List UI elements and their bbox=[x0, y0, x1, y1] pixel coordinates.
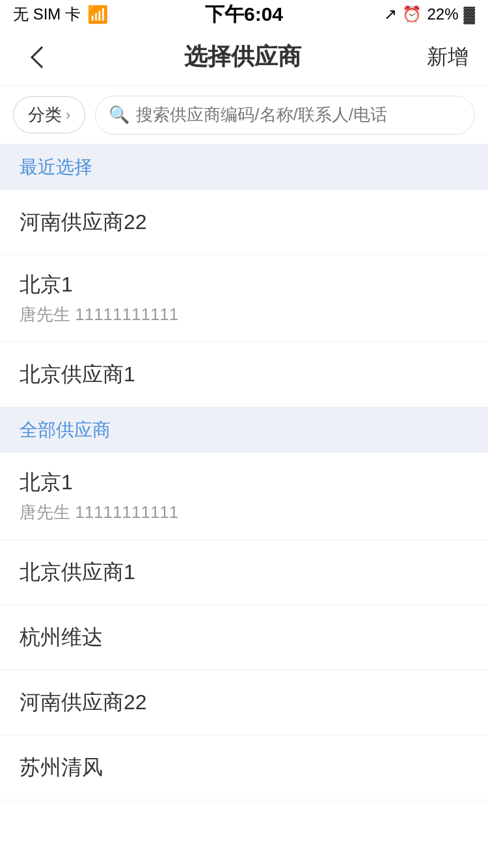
new-action-button[interactable]: 新增 bbox=[427, 43, 468, 72]
item-sub: 唐先生 11111111111 bbox=[20, 501, 468, 524]
item-name: 北京1 bbox=[20, 468, 468, 497]
all-section-header: 全部供应商 bbox=[0, 407, 488, 453]
battery-icon: ▓ bbox=[464, 5, 476, 23]
chevron-right-icon: › bbox=[66, 107, 70, 124]
all-list-item[interactable]: 河南供应商22 bbox=[0, 670, 488, 735]
wifi-icon: 📶 bbox=[87, 5, 108, 25]
nav-title: 选择供应商 bbox=[184, 41, 301, 73]
alarm-icon: ⏰ bbox=[402, 5, 422, 23]
location-icon: ↗ bbox=[384, 5, 397, 23]
nav-bar: 选择供应商 新增 bbox=[0, 29, 488, 86]
all-list-item[interactable]: 北京1唐先生 11111111111 bbox=[0, 453, 488, 540]
search-input[interactable] bbox=[136, 105, 461, 125]
item-name: 河南供应商22 bbox=[20, 208, 468, 237]
category-label: 分类 bbox=[28, 103, 62, 126]
back-arrow-icon bbox=[31, 46, 53, 68]
search-box: 🔍 bbox=[95, 96, 475, 135]
recent-section-title: 最近选择 bbox=[20, 155, 92, 180]
status-right: ↗ ⏰ 22% ▓ bbox=[384, 5, 475, 23]
all-list-item[interactable]: 苏州清风 bbox=[0, 735, 488, 800]
recent-list-item[interactable]: 北京供应商1 bbox=[0, 342, 488, 407]
item-sub: 唐先生 11111111111 bbox=[20, 303, 468, 326]
battery-label: 22% bbox=[427, 5, 458, 23]
back-button[interactable] bbox=[20, 38, 59, 77]
item-name: 北京供应商1 bbox=[20, 360, 468, 389]
status-left: 无 SIM 卡 📶 bbox=[13, 4, 108, 25]
status-bar: 无 SIM 卡 📶 下午6:04 ↗ ⏰ 22% ▓ bbox=[0, 0, 488, 29]
all-list-item[interactable]: 杭州维达 bbox=[0, 605, 488, 670]
search-icon: 🔍 bbox=[109, 105, 129, 125]
item-name: 河南供应商22 bbox=[20, 688, 468, 717]
recent-list: 河南供应商22北京1唐先生 11111111111北京供应商1 bbox=[0, 190, 488, 407]
item-name: 杭州维达 bbox=[20, 623, 468, 652]
all-section-title: 全部供应商 bbox=[20, 418, 111, 442]
sim-label: 无 SIM 卡 bbox=[13, 4, 81, 25]
item-name: 北京1 bbox=[20, 271, 468, 299]
all-list-item[interactable]: 北京供应商1 bbox=[0, 540, 488, 605]
item-name: 北京供应商1 bbox=[20, 558, 468, 587]
item-name: 苏州清风 bbox=[20, 753, 468, 782]
category-filter-button[interactable]: 分类 › bbox=[13, 96, 85, 133]
status-time: 下午6:04 bbox=[205, 1, 283, 28]
all-list: 北京1唐先生 11111111111北京供应商1杭州维达河南供应商22苏州清风 bbox=[0, 453, 488, 800]
recent-list-item[interactable]: 河南供应商22 bbox=[0, 190, 488, 255]
filter-bar: 分类 › 🔍 bbox=[0, 86, 488, 144]
recent-list-item[interactable]: 北京1唐先生 11111111111 bbox=[0, 255, 488, 342]
recent-section-header: 最近选择 bbox=[0, 144, 488, 190]
